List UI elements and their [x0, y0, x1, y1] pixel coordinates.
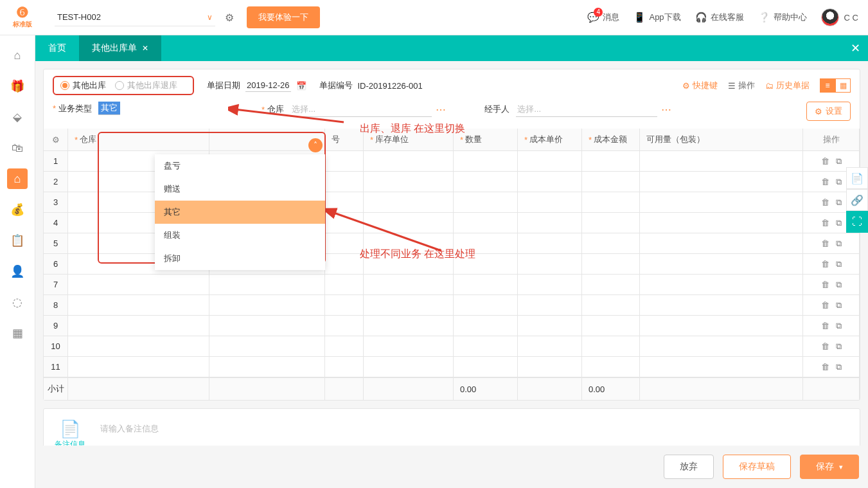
gear-icon: ⚙: [815, 107, 822, 116]
row-index: 8: [44, 295, 68, 315]
docno-label: 单据编号: [319, 80, 353, 91]
biztype-value: 其它: [98, 102, 120, 115]
copy-row-icon[interactable]: ⧉: [836, 197, 842, 208]
nav-tag-icon[interactable]: ⬙: [7, 107, 28, 127]
nav-clipboard-icon[interactable]: 📋: [7, 230, 28, 251]
warehouse-field[interactable]: *仓库 ⋯: [261, 102, 446, 117]
copy-row-icon[interactable]: ⧉: [836, 259, 842, 269]
nav-bag-icon[interactable]: 🛍: [7, 138, 28, 158]
copy-row-icon[interactable]: ⧉: [836, 177, 842, 187]
close-tab-icon[interactable]: ✕: [142, 44, 148, 53]
radio-other-outbound[interactable]: 其他出库: [60, 80, 106, 91]
save-button[interactable]: 保存▾: [800, 455, 859, 479]
option-pankui[interactable]: 盘亏: [155, 154, 325, 177]
option-zuzhuang[interactable]: 组装: [155, 224, 325, 247]
row-index: 2: [44, 172, 68, 192]
copy-row-icon[interactable]: ⧉: [836, 218, 842, 228]
radio-other-outbound-return[interactable]: 其他出库退库: [115, 80, 177, 91]
table-row[interactable]: 11🗑⧉: [44, 357, 860, 377]
help-link[interactable]: ❔ 帮助中心: [758, 12, 807, 23]
footer-actions: 放弃 保存草稿 保存▾: [35, 446, 868, 488]
tool-doc-icon[interactable]: 📄: [846, 167, 868, 189]
copy-row-icon[interactable]: ⧉: [836, 341, 842, 352]
messages-link[interactable]: 💬 消息 4: [587, 12, 619, 23]
subtotal-label: 小计: [44, 378, 68, 400]
gear-column-icon[interactable]: ⚙: [44, 129, 68, 150]
edition-tag: 标准版: [13, 20, 32, 29]
row-index: 11: [44, 357, 68, 377]
row-index: 10: [44, 336, 68, 356]
note-icon: 📄: [60, 419, 80, 439]
chevron-up-icon[interactable]: ˄: [308, 138, 323, 152]
option-chaixie[interactable]: 拆卸: [155, 247, 325, 270]
settings-button[interactable]: ⚙ 设置: [806, 102, 851, 121]
copy-row-icon[interactable]: ⧉: [836, 321, 842, 331]
nav-home-icon[interactable]: ⌂: [7, 45, 28, 66]
copy-row-icon[interactable]: ⧉: [836, 362, 842, 372]
radio-dot-icon: [60, 81, 69, 90]
view-list-icon[interactable]: ≡: [820, 78, 835, 93]
table-row[interactable]: 7🗑⧉: [44, 275, 860, 295]
close-all-tabs[interactable]: ✕: [842, 35, 868, 61]
delete-row-icon[interactable]: 🗑: [821, 239, 829, 248]
customer-service-link[interactable]: 🎧 在线客服: [695, 12, 744, 23]
tool-link-icon[interactable]: 🔗: [846, 189, 868, 211]
date-input[interactable]: 2019-12-26: [245, 79, 291, 92]
discard-button[interactable]: 放弃: [664, 455, 714, 479]
user-menu[interactable]: C C: [821, 8, 858, 26]
nav-money-icon[interactable]: 💰: [7, 199, 28, 220]
delete-row-icon[interactable]: 🗑: [821, 156, 829, 166]
nav-new-icon[interactable]: ▦: [7, 323, 28, 343]
headset-icon: 🎧: [695, 12, 707, 23]
table-row[interactable]: 9🗑⧉: [44, 316, 860, 336]
trial-button[interactable]: 我要体验一下: [247, 6, 320, 28]
gear-icon[interactable]: ⚙: [225, 12, 234, 24]
delete-row-icon[interactable]: 🗑: [821, 197, 829, 207]
delete-row-icon[interactable]: 🗑: [821, 341, 829, 351]
app-download-link[interactable]: 📱 App下载: [633, 12, 680, 23]
copy-row-icon[interactable]: ⧉: [836, 300, 842, 311]
tab-other-outbound[interactable]: 其他出库单 ✕: [79, 35, 161, 61]
warehouse-input[interactable]: [290, 102, 432, 117]
delete-row-icon[interactable]: 🗑: [821, 218, 829, 228]
delete-row-icon[interactable]: 🗑: [821, 300, 829, 310]
save-draft-button[interactable]: 保存草稿: [723, 455, 791, 479]
delete-row-icon[interactable]: 🗑: [821, 362, 829, 372]
shortcut-link[interactable]: ⚙ 快捷键: [682, 80, 718, 91]
logo-icon: ❻: [16, 6, 29, 20]
operate-link[interactable]: ☰ 操作: [728, 80, 755, 91]
remark-input[interactable]: [99, 422, 849, 446]
logo: ❻ 标准版: [10, 6, 35, 29]
handler-field[interactable]: 经手人 ⋯: [484, 102, 671, 117]
delete-row-icon[interactable]: 🗑: [821, 280, 829, 289]
copy-row-icon[interactable]: ⧉: [836, 239, 842, 249]
delete-row-icon[interactable]: 🗑: [821, 321, 829, 330]
subtotal-amount: 0.00: [582, 378, 640, 400]
option-qita[interactable]: 其它: [155, 201, 325, 224]
table-row[interactable]: 10🗑⧉: [44, 336, 860, 357]
history-link[interactable]: 🗂 历史单据: [765, 80, 810, 91]
more-icon[interactable]: ⋯: [661, 104, 671, 116]
delete-row-icon[interactable]: 🗑: [821, 259, 829, 269]
copy-row-icon[interactable]: ⧉: [836, 280, 842, 290]
copy-row-icon[interactable]: ⧉: [836, 156, 842, 167]
delete-row-icon[interactable]: 🗑: [821, 177, 829, 186]
nav-gift-icon[interactable]: 🎁: [7, 76, 28, 96]
tab-home[interactable]: 首页: [35, 35, 79, 61]
handler-input[interactable]: [516, 102, 657, 117]
more-icon[interactable]: ⋯: [436, 104, 446, 116]
row-index: 7: [44, 275, 68, 294]
org-selector[interactable]: TEST-H002 ∨: [55, 8, 215, 26]
option-zengsong[interactable]: 赠送: [155, 177, 325, 201]
view-grid-icon[interactable]: ▦: [835, 78, 851, 93]
nav-loop-icon[interactable]: ◌: [7, 292, 28, 312]
biztype-field[interactable]: *业务类型 其它: [53, 102, 120, 115]
calendar-icon[interactable]: 📅: [296, 81, 306, 91]
nav-warehouse-icon[interactable]: ⌂: [7, 168, 28, 189]
tool-expand-icon[interactable]: ⛶: [846, 211, 868, 233]
row-index: 3: [44, 192, 68, 212]
radio-dot-icon: [115, 81, 124, 90]
table-row[interactable]: 8🗑⧉: [44, 295, 860, 316]
user-name: C C: [844, 13, 858, 23]
nav-contact-icon[interactable]: 👤: [7, 261, 28, 282]
